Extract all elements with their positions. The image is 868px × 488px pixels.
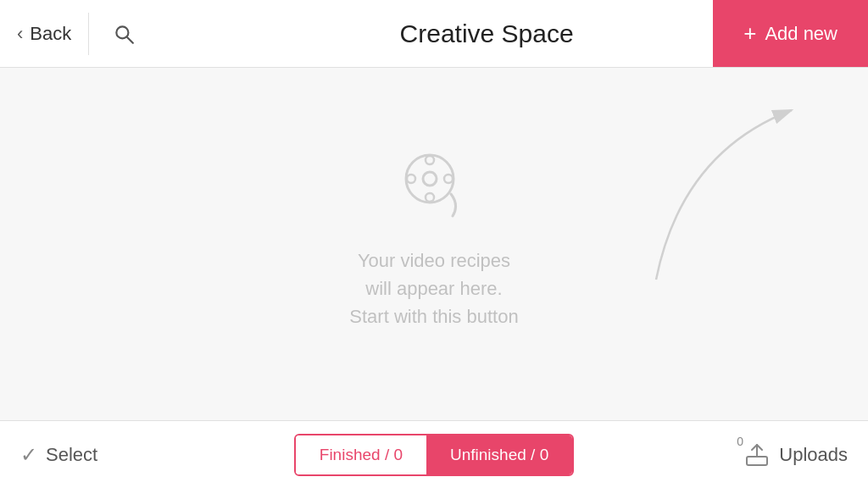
film-reel-icon xyxy=(392,141,476,226)
main-content: Your video recipes will appear here. Sta… xyxy=(0,68,868,420)
svg-point-7 xyxy=(407,175,415,183)
svg-point-5 xyxy=(426,156,434,164)
search-icon xyxy=(113,23,135,45)
svg-point-3 xyxy=(406,155,453,202)
svg-point-4 xyxy=(423,172,437,186)
search-button[interactable] xyxy=(106,16,142,52)
empty-state-message: Your video recipes will appear here. Sta… xyxy=(349,247,518,330)
unfinished-tab[interactable]: Unfinished / 0 xyxy=(426,435,572,474)
back-chevron-icon: ‹ xyxy=(17,23,23,45)
header-left: ‹ Back xyxy=(0,0,260,67)
back-label: Back xyxy=(30,23,71,45)
svg-line-1 xyxy=(127,36,133,42)
add-new-button[interactable]: + Add new xyxy=(713,0,868,67)
bottom-bar: ✓ Select Finished / 0 Unfinished / 0 0 U… xyxy=(0,420,868,488)
filter-tab-group: Finished / 0 Unfinished / 0 xyxy=(294,434,574,476)
svg-point-8 xyxy=(444,175,453,183)
empty-state-line3: Start with this button xyxy=(349,306,518,327)
finished-tab[interactable]: Finished / 0 xyxy=(296,435,426,474)
header-divider xyxy=(88,13,89,55)
select-label: Select xyxy=(46,444,97,466)
uploads-button[interactable]: 0 Uploads xyxy=(712,441,848,469)
hint-arrow-icon xyxy=(631,85,817,305)
empty-state: Your video recipes will appear here. Sta… xyxy=(349,141,518,330)
svg-rect-9 xyxy=(747,457,767,465)
back-button[interactable]: ‹ Back xyxy=(17,23,71,45)
checkmark-icon: ✓ xyxy=(20,443,37,467)
uploads-icon-container: 0 xyxy=(743,441,771,469)
header: ‹ Back Creative Space + Add new xyxy=(0,0,868,68)
empty-state-line1: Your video recipes xyxy=(358,250,510,271)
select-button[interactable]: ✓ Select xyxy=(20,443,156,467)
empty-state-line2: will appear here. xyxy=(365,278,502,299)
add-new-label: Add new xyxy=(765,23,837,45)
upload-icon xyxy=(743,441,771,469)
page-title: Creative Space xyxy=(260,0,713,67)
svg-point-6 xyxy=(426,193,434,202)
add-new-plus-icon: + xyxy=(743,20,756,47)
uploads-label: Uploads xyxy=(779,444,848,466)
uploads-badge: 0 xyxy=(737,435,743,448)
